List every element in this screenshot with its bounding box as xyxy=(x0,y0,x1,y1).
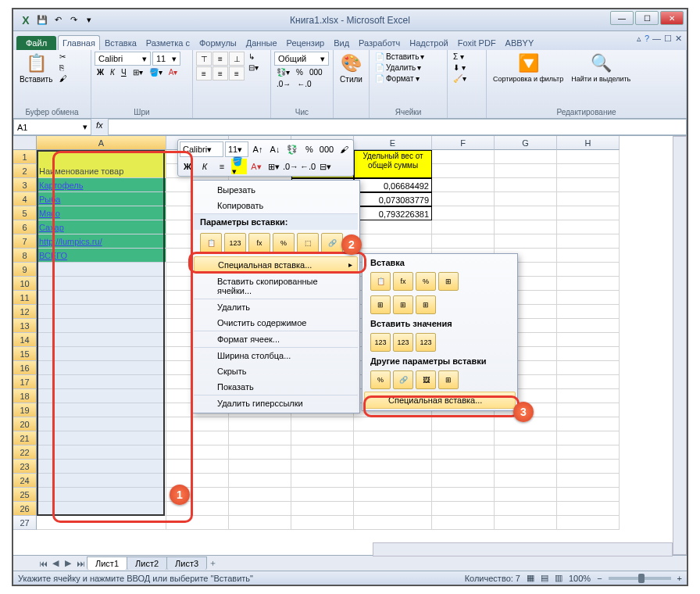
mini-dec-dec-icon[interactable]: ←.0 xyxy=(300,159,316,174)
align-top-icon[interactable]: ⊤ xyxy=(196,52,212,66)
row-header-2[interactable]: 2 xyxy=(13,164,37,178)
font-color-button[interactable]: A▾ xyxy=(166,67,180,77)
cell[interactable] xyxy=(557,347,620,361)
cell[interactable] xyxy=(291,488,354,502)
sheet-tab-3[interactable]: Лист3 xyxy=(166,556,207,570)
cell[interactable] xyxy=(557,164,620,178)
cell[interactable] xyxy=(354,220,432,234)
tab-insert[interactable]: Вставка xyxy=(100,35,141,50)
styles-button[interactable]: 🎨 Стили xyxy=(337,52,366,85)
find-select-button[interactable]: 🔍 Найти и выделить xyxy=(568,52,634,84)
doc-restore-button[interactable]: ☐ xyxy=(664,34,672,44)
ctx-hide[interactable]: Скрыть xyxy=(194,363,358,379)
cell[interactable] xyxy=(495,474,557,488)
cell[interactable] xyxy=(495,178,557,192)
col-header-h[interactable]: H xyxy=(557,136,620,150)
cell[interactable] xyxy=(229,417,291,431)
row-header-20[interactable]: 20 xyxy=(13,417,37,431)
cell[interactable] xyxy=(354,446,432,460)
number-format-combo[interactable]: Общий▾ xyxy=(274,52,329,66)
ctx-clear[interactable]: Очистить содержимое xyxy=(194,315,358,331)
cell[interactable] xyxy=(354,234,432,249)
col-header-e[interactable]: E xyxy=(354,136,432,150)
cell[interactable] xyxy=(166,431,229,446)
sub-paste-formulas-icon[interactable]: fx xyxy=(393,272,413,291)
paste-formatting-icon[interactable]: % xyxy=(273,233,295,253)
ctx-cut[interactable]: Вырезать xyxy=(194,182,358,198)
cell[interactable]: 0,073083779 xyxy=(354,192,432,206)
mini-font-combo[interactable]: Calibri ▾ xyxy=(180,141,223,157)
cell[interactable] xyxy=(432,220,495,234)
sub-paste-format-icon[interactable]: % xyxy=(416,272,436,291)
cell[interactable] xyxy=(229,502,291,516)
undo-icon[interactable]: ↶ xyxy=(51,13,65,27)
align-center-icon[interactable]: ≡ xyxy=(212,66,228,81)
paste-link-icon[interactable]: 🔗 xyxy=(321,233,343,253)
cell[interactable] xyxy=(432,234,495,249)
zoom-slider[interactable] xyxy=(609,577,671,580)
font-name-combo[interactable]: Calibri▾ xyxy=(95,52,151,66)
cell[interactable] xyxy=(557,502,620,516)
tab-view[interactable]: Вид xyxy=(329,35,354,50)
cell[interactable] xyxy=(291,431,354,446)
mini-currency-icon[interactable]: 💱 xyxy=(284,141,300,157)
ctx-column-width[interactable]: Ширина столбца... xyxy=(194,348,358,363)
qat-dropdown-icon[interactable]: ▾ xyxy=(82,13,96,27)
cell[interactable] xyxy=(432,178,495,192)
sheet-tab-2[interactable]: Лист2 xyxy=(127,556,167,570)
tab-layout[interactable]: Разметка с xyxy=(141,35,195,50)
cell[interactable] xyxy=(432,164,495,178)
redo-icon[interactable]: ↷ xyxy=(66,13,80,27)
cell[interactable] xyxy=(432,192,495,206)
autosum-button[interactable]: Σ ▾ xyxy=(451,52,469,62)
view-layout-icon[interactable]: ▤ xyxy=(541,573,548,583)
cell[interactable] xyxy=(291,460,354,474)
cell[interactable] xyxy=(291,417,354,431)
cell[interactable] xyxy=(291,516,354,530)
sub-values-icon[interactable]: 123 xyxy=(370,333,391,352)
row-header-16[interactable]: 16 xyxy=(13,361,37,375)
currency-button[interactable]: 💱▾ xyxy=(274,67,292,77)
tab-developer[interactable]: Разработч xyxy=(354,35,405,50)
cell[interactable]: Удельный вес от общей суммы xyxy=(354,150,432,178)
cell[interactable] xyxy=(432,488,495,502)
mini-grow-font-icon[interactable]: A↑ xyxy=(250,141,266,157)
sub-paste-noborder-icon[interactable]: ⊞ xyxy=(438,272,459,291)
cell[interactable] xyxy=(495,460,557,474)
cell[interactable] xyxy=(37,516,166,530)
paste-formulas-icon[interactable]: fx xyxy=(248,233,270,253)
ctx-show[interactable]: Показать xyxy=(194,379,358,395)
row-header-11[interactable]: 11 xyxy=(13,291,37,305)
cell[interactable] xyxy=(291,446,354,460)
cell[interactable] xyxy=(557,150,620,164)
cell[interactable] xyxy=(557,206,620,220)
row-header-7[interactable]: 7 xyxy=(13,234,37,249)
cell[interactable] xyxy=(354,431,432,446)
ctx-special-paste[interactable]: Специальная вставка...▸ xyxy=(194,256,358,274)
doc-minimize-button[interactable]: — xyxy=(652,34,661,44)
mini-font-color-icon[interactable]: A▾ xyxy=(248,159,264,174)
mini-size-combo[interactable]: 11 ▾ xyxy=(225,141,248,157)
cell[interactable] xyxy=(557,305,620,319)
name-box[interactable]: A1▾ xyxy=(13,119,91,135)
row-header-9[interactable]: 9 xyxy=(13,263,37,277)
cell[interactable] xyxy=(354,417,432,431)
cell[interactable] xyxy=(557,291,620,305)
zoom-in-icon[interactable]: + xyxy=(677,574,682,583)
close-button[interactable]: ✕ xyxy=(660,11,684,25)
thousands-button[interactable]: 000 xyxy=(307,67,325,77)
mini-align-icon[interactable]: ≡ xyxy=(214,159,230,174)
row-header-13[interactable]: 13 xyxy=(13,319,37,333)
cell[interactable] xyxy=(495,488,557,502)
cell[interactable] xyxy=(557,375,620,389)
cell[interactable] xyxy=(432,417,495,431)
cell[interactable] xyxy=(495,516,557,530)
row-header-23[interactable]: 23 xyxy=(13,460,37,474)
cell[interactable] xyxy=(354,516,432,530)
cell[interactable] xyxy=(557,178,620,192)
file-tab[interactable]: Файл xyxy=(16,36,56,50)
row-header-15[interactable]: 15 xyxy=(13,347,37,361)
cell[interactable] xyxy=(557,249,620,263)
percent-button[interactable]: % xyxy=(294,67,305,77)
cell[interactable] xyxy=(432,150,495,164)
